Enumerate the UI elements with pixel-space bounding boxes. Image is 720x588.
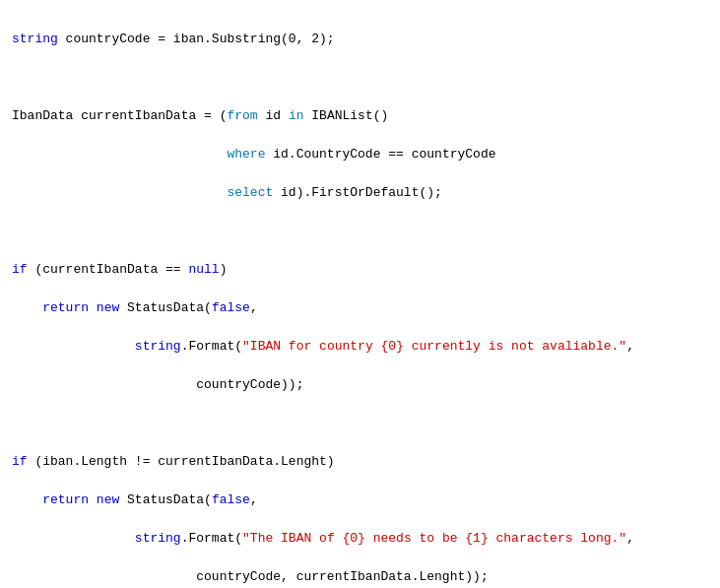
line-1: string countryCode = iban.Substring(0, 2…: [12, 30, 708, 49]
line-5: select id).FirstOrDefault();: [12, 183, 708, 203]
line-10: countryCode));: [12, 375, 708, 395]
line-4: where id.CountryCode == countryCode: [12, 145, 708, 164]
line-14: string.Format("The IBAN of {0} needs to …: [12, 529, 708, 549]
code-container: string countryCode = iban.Substring(0, 2…: [12, 10, 708, 588]
line-13: return new StatusData(false,: [12, 490, 708, 510]
line-7: if (currentIbanData == null): [12, 260, 708, 280]
line-3: IbanData currentIbanData = (from id in I…: [12, 106, 708, 126]
line-15: countryCode, currentIbanData.Lenght));: [12, 567, 708, 587]
blank-3: [12, 414, 708, 433]
line-9: string.Format("IBAN for country {0} curr…: [12, 337, 708, 357]
line-8: return new StatusData(false,: [12, 298, 708, 318]
blank-1: [12, 68, 708, 88]
blank-2: [12, 222, 708, 241]
line-12: if (iban.Length != currentIbanData.Lengh…: [12, 452, 708, 472]
